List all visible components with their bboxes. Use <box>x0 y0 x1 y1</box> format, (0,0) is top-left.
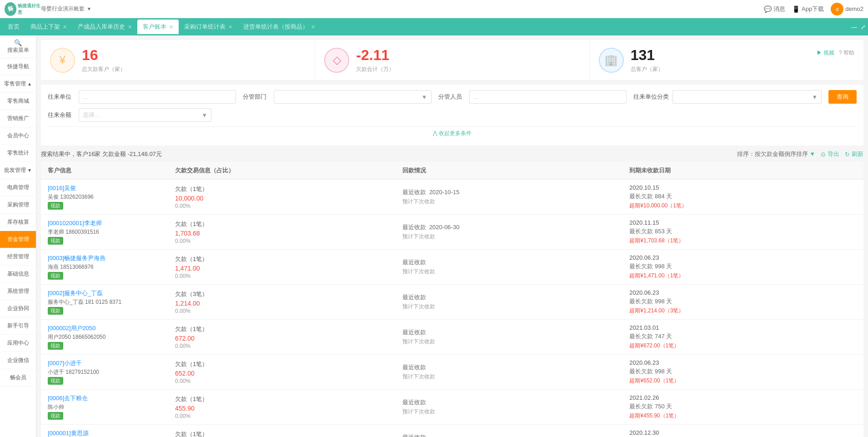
stats-row: ¥ 16 总欠款客户（家） ◇ -2.11 欠款合计（万） 🏢 131 总客户（… <box>41 40 863 80</box>
tab-finished-goods[interactable]: 产成品入库单历史 ✕ <box>72 20 137 34</box>
debt-count-5: 欠款（1笔） <box>175 360 402 368</box>
balance-input[interactable]: 选择... ▼ <box>79 108 211 122</box>
app-download-btn[interactable]: 📱 App下载 <box>792 5 824 13</box>
department-input[interactable]: ▼ <box>274 90 431 104</box>
sidebar-item-purchase[interactable]: 采购管理 <box>0 196 36 214</box>
overdue-date-4: 2021.03.01 <box>629 324 857 331</box>
recovery-date-0: 最近收款 2020-10-15 <box>402 188 630 196</box>
help-btn[interactable]: ? 帮助 <box>839 49 854 57</box>
overdue-link-0[interactable]: 超期¥10,000.00（1笔） <box>629 202 857 210</box>
user-avatar[interactable]: d demo2 <box>831 3 863 15</box>
recovery-date-7: 最近收款 <box>402 433 630 437</box>
tab-close-icon[interactable]: ✕ <box>311 24 315 30</box>
minimize-icon[interactable]: — <box>851 24 857 30</box>
table-row: [000001]黄思源 黄思源 13552700226 现款 欠款（1笔） 42… <box>41 425 863 437</box>
customer-name-0[interactable]: [0016]吴俊 <box>48 185 76 191</box>
tab-home[interactable]: 首页 <box>2 20 25 34</box>
table-row: [0002]服务中心_丁磊 服务中心_丁磊 181 0125 8371 现款 欠… <box>41 285 863 320</box>
customer-name-1[interactable]: [0001020001]李老师 <box>48 220 102 226</box>
customer-name-5[interactable]: [0007]小进千 <box>48 360 82 367</box>
view-btn[interactable]: ▶ 视频 <box>817 49 834 57</box>
customer-name-3[interactable]: [0002]服务中心_丁磊 <box>48 290 103 296</box>
customer-name-7[interactable]: [000001]黄思源 <box>48 430 89 437</box>
tab-bar: 首页 商品上下架 ✕ 产成品入库单历史 ✕ 客户账本 ✕ 采购订单统计表 ✕ 进… <box>0 18 868 35</box>
sidebar-item-retail-mgmt[interactable]: 零售管理 ▲ <box>0 75 36 93</box>
sidebar-item-member2[interactable]: 畅会员 <box>0 369 36 387</box>
sort-label: 排序：按欠款金额倒序排序 ▼ <box>737 150 816 158</box>
department-label: 分管部门 <box>243 93 270 101</box>
sidebar-item-newbie[interactable]: 新手引导 <box>0 317 36 335</box>
customer-name-6[interactable]: [0006]去下粮仓 <box>48 395 88 402</box>
store-selector[interactable]: 母婴行业演示账套 ▼ <box>41 5 764 13</box>
stat-icon-money: ¥ <box>50 48 75 73</box>
customer-phone-3: 服务中心_丁磊 181 0125 8371 <box>48 298 175 306</box>
recovery-info-2: 最近收款 预计下次收款 <box>402 258 630 276</box>
stat-info-3: 131 总客户（家） <box>631 47 663 73</box>
debt-percent-5: 0.00% <box>175 378 402 384</box>
sidebar-item-member[interactable]: 会员中心 <box>0 127 36 145</box>
refresh-btn[interactable]: ↻ 刷新 <box>845 150 863 158</box>
sidebar-item-quick-nav[interactable]: 快捷导航 <box>0 58 36 75</box>
debt-count-7: 欠款（1笔） <box>175 430 402 437</box>
tab-close-icon[interactable]: ✕ <box>228 24 232 30</box>
sidebar-item-ecommerce[interactable]: 电商管理 <box>0 179 36 196</box>
sidebar-item-retail-stats[interactable]: 零售统计 <box>0 145 36 162</box>
sidebar-item-inventory[interactable]: 库存核算 <box>0 214 36 231</box>
sidebar-item-marketing[interactable]: 营销推广 <box>0 110 36 127</box>
tab-close-icon[interactable]: ✕ <box>169 24 173 30</box>
table-row: [0007]小进千 小进千 18279152100 现款 欠款（1笔） 652.… <box>41 355 863 390</box>
customer-tag-5: 现款 <box>48 377 63 385</box>
overdue-link-5[interactable]: 超期¥652.00（1笔） <box>629 377 857 385</box>
filter-area: 往来单位 ... 分管部门 ▼ 分管人员 ... <box>41 85 863 146</box>
overdue-info-4: 2021.03.01 最长欠款 747 天 超期¥672.00（1笔） <box>629 324 857 350</box>
tab-customer-account[interactable]: 客户账本 ✕ <box>137 20 179 34</box>
message-btn[interactable]: 💬 消息 <box>764 5 785 13</box>
sidebar-item-finance[interactable]: 资金管理 <box>0 231 36 248</box>
sidebar-item-app-center[interactable]: 应用中心 <box>0 335 36 352</box>
overdue-days-1: 最长欠款 853 天 <box>629 227 857 236</box>
unit-category-input[interactable]: ▼ <box>672 90 822 104</box>
sidebar-search[interactable]: 🔍 搜索菜单 <box>0 35 36 58</box>
sidebar-item-system[interactable]: 系统管理 <box>0 283 36 300</box>
recovery-info-5: 最近收款 预计下次收款 <box>402 363 630 381</box>
tab-product-listing[interactable]: 商品上下架 ✕ <box>25 20 72 34</box>
sidebar-item-retail-mall[interactable]: 零售商城 <box>0 93 36 110</box>
table-header: 客户信息 欠款交易信息（占比） 回款情况 到期未收款日期 <box>41 162 863 180</box>
export-btn[interactable]: ⊙ 导出 <box>821 150 839 158</box>
overdue-link-3[interactable]: 超期¥1,214.00（3笔） <box>629 307 857 315</box>
tab-purchase-order[interactable]: 采购订单统计表 ✕ <box>179 20 238 34</box>
sidebar-item-enterprise-collab[interactable]: 企业协同 <box>0 300 36 317</box>
search-button[interactable]: 查询 <box>828 90 857 104</box>
customer-name-2[interactable]: [0003]畅捷服务尹海燕 <box>48 255 105 261</box>
app-logo[interactable]: 畅 <box>5 2 16 16</box>
table-row: [0001020001]李老师 李老师 18600391516 现款 欠款（1笔… <box>41 215 863 250</box>
overdue-link-6[interactable]: 超期¥455.90（1笔） <box>629 412 857 420</box>
customer-name-4[interactable]: [000002]用户2050 <box>48 325 96 332</box>
overdue-link-1[interactable]: 超期¥1,703.68（1笔） <box>629 237 857 245</box>
top-right: 💬 消息 📱 App下载 d demo2 <box>764 3 863 15</box>
person-label: 分管人员 <box>438 93 466 101</box>
source-unit-input[interactable]: ... <box>79 90 236 104</box>
debt-percent-6: 0.00% <box>175 413 402 419</box>
person-input[interactable]: ... <box>469 90 627 104</box>
customer-tag-2: 现款 <box>48 272 63 280</box>
overdue-link-2[interactable]: 超期¥1,471.00（1笔） <box>629 272 857 280</box>
collapse-bar[interactable]: ⋀ 收起更多条件 <box>48 126 857 140</box>
sidebar-item-basic-info[interactable]: 基础信息 <box>0 266 36 283</box>
sidebar-item-wholesale[interactable]: 批发管理 ▼ <box>0 162 36 179</box>
source-unit-label: 往来单位 <box>48 93 75 101</box>
tab-purchase-stats[interactable]: 进货单统计表（按商品） ✕ <box>238 20 321 34</box>
debt-amount-0: 10,000.00 <box>175 195 402 202</box>
maximize-icon[interactable]: ⤢ <box>861 24 866 30</box>
sidebar-item-wechat[interactable]: 企业微信 <box>0 352 36 369</box>
recovery-next-4: 预计下次收款 <box>402 338 630 346</box>
debt-percent-0: 0.00% <box>175 203 402 209</box>
sidebar: 🔍 搜索菜单 快捷导航 零售管理 ▲ 零售商城 营销推广 会员中心 零售统计 批… <box>0 35 36 437</box>
tab-bar-end: — ⤢ <box>851 24 866 30</box>
recovery-info-3: 最近收款 预计下次收款 <box>402 293 630 311</box>
debt-percent-4: 0.00% <box>175 343 402 349</box>
tab-close-icon[interactable]: ✕ <box>63 24 67 30</box>
sidebar-item-operations[interactable]: 经营管理 <box>0 248 36 266</box>
tab-close-icon[interactable]: ✕ <box>128 24 132 30</box>
overdue-link-4[interactable]: 超期¥672.00（1笔） <box>629 342 857 350</box>
